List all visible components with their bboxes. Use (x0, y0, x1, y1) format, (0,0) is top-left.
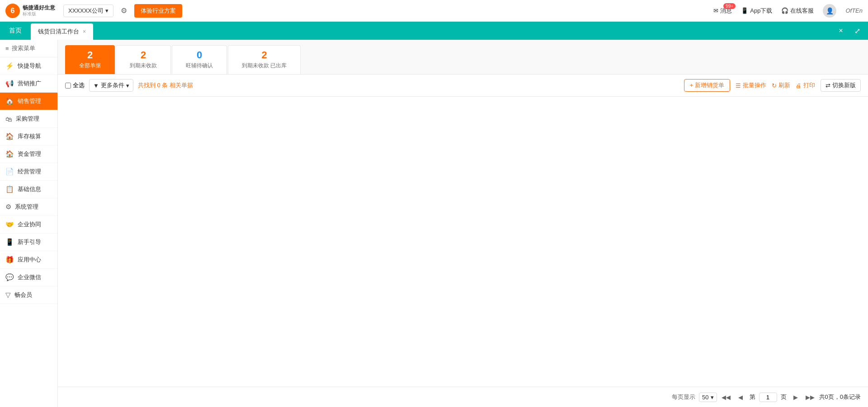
app-download-button[interactable]: 📱 App下载 (741, 7, 772, 15)
message-button[interactable]: ✉ 消息 99+ (713, 7, 732, 15)
sidebar-item-operation[interactable]: 📄 经营管理 (0, 163, 57, 181)
sidebar-item-enterprise-wechat[interactable]: 💬 企业微信 (0, 269, 57, 286)
logo-text: 畅捷通好生意 标准版 (23, 5, 55, 16)
tab-not-shipped[interactable]: 2 到期未收款 已出库 (228, 45, 301, 74)
tab-close-icon[interactable]: × (83, 28, 86, 35)
logo-title: 畅捷通好生意 (23, 5, 55, 11)
first-page-button[interactable]: ◀◀ (721, 392, 731, 402)
content-area: 2 全部单据 2 到期未收款 0 旺辅待确认 2 到期未收款 已出库 (58, 40, 868, 407)
select-all-label: 全选 (73, 81, 85, 89)
filter-button[interactable]: ▼ 更多条件 ▾ (89, 79, 133, 92)
avatar-area[interactable]: 👤 (823, 4, 836, 18)
sidebar-item-label: 营销推广 (18, 80, 41, 88)
sidebar-item-sales[interactable]: 🏠 销售管理 (0, 93, 57, 110)
online-service-button[interactable]: 🎧 在线客服 (781, 7, 814, 15)
enterprise-wechat-icon: 💬 (5, 273, 14, 281)
sidebar-item-basic-info[interactable]: 📋 基础信息 (0, 181, 57, 198)
sidebar-item-purchase[interactable]: 🛍 采购管理 (0, 110, 57, 128)
select-all-input[interactable] (65, 83, 71, 89)
sidebar-item-label: 企业协同 (18, 220, 41, 229)
tab-daily-work[interactable]: 钱货日清工作台 × (31, 23, 93, 40)
tab-all-count: 2 (87, 50, 93, 60)
company-selector[interactable]: XXXXXX公司 ▾ (63, 5, 113, 17)
sidebar-item-enterprise-coop[interactable]: 🤝 企业协同 (0, 216, 57, 234)
sidebar-item-marketing[interactable]: 📢 营销推广 (0, 75, 57, 93)
print-button[interactable]: 🖨 打印 (796, 81, 815, 89)
refresh-label: 刷新 (778, 81, 790, 89)
tab-all[interactable]: 2 全部单据 (65, 45, 115, 74)
enterprise-coop-icon: 🤝 (5, 220, 14, 229)
gear-icon: ⚙ (121, 6, 127, 15)
table-area (58, 97, 868, 387)
avatar: 👤 (823, 4, 836, 18)
found-info: 共找到 0 条 相关单据 (138, 81, 193, 89)
sidebar-item-label: 库存核算 (18, 132, 41, 140)
sidebar-item-label: 销售管理 (18, 97, 41, 105)
message-badge: 99+ (723, 3, 736, 9)
sidebar-search[interactable]: ≡ 搜索菜单 (0, 40, 57, 57)
tab-home[interactable]: 首页 (0, 22, 31, 40)
app-center-icon: 🎁 (5, 256, 14, 264)
switch-version-button[interactable]: ⇄ 切换新版 (821, 79, 861, 92)
basic-info-icon: 📋 (5, 185, 14, 193)
filter-icon: ▼ (93, 82, 99, 89)
tab-overdue-unpaid[interactable]: 2 到期未收款 (116, 45, 171, 74)
settings-button[interactable]: ⚙ (117, 4, 131, 18)
switch-label: 切换新版 (832, 81, 856, 89)
sidebar-item-label: 资金管理 (18, 150, 41, 158)
select-all-checkbox[interactable]: 全选 (65, 81, 85, 89)
tab-not-shipped-label: 到期未收款 已出库 (242, 62, 287, 70)
often-label: OfTEn (845, 7, 863, 14)
found-count: 0 (157, 82, 160, 89)
company-dropdown-icon: ▾ (105, 7, 108, 14)
summary-tabs: 2 全部单据 2 到期未收款 0 旺辅待确认 2 到期未收款 已出库 (58, 40, 868, 75)
tab-pending-confirm[interactable]: 0 旺辅待确认 (172, 45, 227, 74)
sidebar-item-newbie[interactable]: 📱 新手引导 (0, 234, 57, 251)
sidebar-item-label: 企业微信 (18, 273, 41, 281)
page-label: 第 (750, 393, 755, 401)
often-text: OfTEn (845, 7, 863, 14)
sidebar-item-member[interactable]: ▽ 畅会员 (0, 286, 57, 304)
content-inner: 2 全部单据 2 到期未收款 0 旺辅待确认 2 到期未收款 已出库 (58, 40, 868, 407)
last-page-button[interactable]: ▶▶ (805, 392, 816, 402)
per-page-select[interactable]: 50 ▾ (699, 393, 717, 402)
sales-icon: 🏠 (5, 97, 14, 105)
sidebar-item-label: 采购管理 (16, 115, 39, 123)
found-unit: 条 (162, 82, 168, 89)
refresh-button[interactable]: ↻ 刷新 (772, 81, 790, 89)
per-page-dropdown-icon: ▾ (711, 394, 714, 401)
batch-label: 批量操作 (743, 81, 766, 89)
filter-dropdown-icon: ▾ (126, 82, 129, 89)
next-page-button[interactable]: ▶ (790, 392, 801, 402)
print-label: 打印 (803, 81, 815, 89)
tab-pending-count: 0 (197, 50, 202, 60)
page-suffix: 页 (781, 393, 787, 401)
tab-minimize-button[interactable]: × (835, 24, 847, 37)
add-sales-order-button[interactable]: + 新增销货单 (684, 79, 730, 92)
sidebar-item-app-center[interactable]: 🎁 应用中心 (0, 251, 57, 269)
sidebar-item-label: 系统管理 (15, 203, 38, 211)
operation-icon: 📄 (5, 168, 14, 176)
sidebar-item-quick-nav[interactable]: ⚡ 快捷导航 (0, 57, 57, 75)
purchase-icon: 🛍 (5, 115, 12, 123)
sidebar-item-inventory[interactable]: 🏠 库存核算 (0, 128, 57, 145)
print-icon: 🖨 (796, 82, 802, 89)
message-icon: ✉ (713, 7, 718, 14)
sidebar-item-capital[interactable]: 🏠 资金管理 (0, 145, 57, 163)
tab-overdue-label: 到期未收款 (130, 62, 157, 70)
prev-page-button[interactable]: ◀ (735, 392, 746, 402)
main-layout: ≡ 搜索菜单 ⚡ 快捷导航 📢 营销推广 🏠 销售管理 🛍 采购管理 🏠 库存核… (0, 40, 868, 407)
tab-pending-label: 旺辅待确认 (186, 62, 213, 70)
batch-icon: ☰ (736, 82, 741, 89)
found-label: 共找到 (138, 82, 156, 89)
logo: 6 畅捷通好生意 标准版 (5, 4, 63, 18)
tab-maximize-button[interactable]: ⤢ (851, 24, 863, 37)
sidebar-item-label: 应用中心 (18, 256, 41, 264)
phone-icon: 📱 (741, 7, 748, 14)
experience-button[interactable]: 体验行业方案 (134, 4, 182, 18)
batch-operation-button[interactable]: ☰ 批量操作 (736, 81, 766, 89)
page-input[interactable] (759, 393, 777, 402)
sidebar-item-label: 经营管理 (18, 168, 41, 176)
app-download-label: App下载 (750, 7, 772, 15)
sidebar-item-system[interactable]: ⚙ 系统管理 (0, 198, 57, 216)
